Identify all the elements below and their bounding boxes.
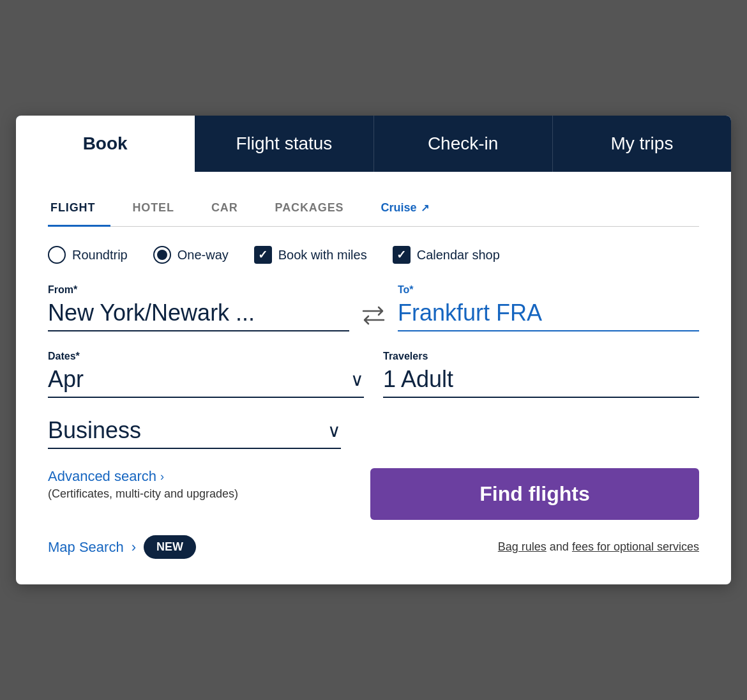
dates-value: Apr [48,366,84,393]
book-with-miles-checkbox[interactable]: ✓ [254,246,272,264]
advanced-search-area: Advanced search › (Certificates, multi-c… [48,468,351,501]
map-search-chevron-icon: › [132,539,136,556]
cabin-value: Business [48,417,141,444]
oneway-option[interactable]: One-way [153,246,229,264]
roundtrip-option[interactable]: Roundtrip [48,246,128,264]
roundtrip-radio[interactable] [48,246,66,264]
booking-card: Book Flight status Check-in My trips FLI… [16,116,731,584]
travelers-group: Travelers 1 Adult [383,351,699,398]
map-search-link[interactable]: Map Search › NEW [48,535,196,559]
to-input[interactable]: Frankfurt FRA [398,300,699,331]
top-tab-bar: Book Flight status Check-in My trips [16,116,731,172]
oneway-radio[interactable] [153,246,171,264]
bag-rules-and: and [550,540,572,553]
dates-chevron-icon: ∨ [351,369,364,390]
book-with-miles-label: Book with miles [278,248,367,262]
sub-tab-flight[interactable]: FLIGHT [48,191,110,227]
trip-options-row: Roundtrip One-way ✓ Book with miles ✓ Ca… [48,246,699,264]
to-label: To* [398,284,699,296]
tab-my-trips[interactable]: My trips [553,116,731,172]
travelers-value: 1 Adult [383,366,453,393]
find-flights-button[interactable]: Find flights [370,468,699,520]
from-to-row: From* New York/Newark ... To* Frankfurt … [48,284,699,331]
sub-tab-hotel[interactable]: HOTEL [130,191,190,227]
travelers-label: Travelers [383,351,699,362]
map-search-label: Map Search [48,539,124,556]
new-badge: NEW [144,535,196,559]
calendar-shop-option[interactable]: ✓ Calendar shop [393,246,500,264]
bag-rules-link[interactable]: Bag rules [498,540,547,553]
fees-optional-link[interactable]: fees for optional services [572,540,699,553]
from-field-group: From* New York/Newark ... [48,284,349,331]
map-row: Map Search › NEW Bag rules and fees for … [48,535,699,559]
book-with-miles-option[interactable]: ✓ Book with miles [254,246,367,264]
bag-rules-text: Bag rules and fees for optional services [498,540,699,554]
roundtrip-label: Roundtrip [72,248,128,262]
from-input[interactable]: New York/Newark ... [48,300,349,331]
checkmark-icon: ✓ [258,248,268,262]
bottom-row: Advanced search › (Certificates, multi-c… [48,468,699,520]
swap-button[interactable] [362,306,385,331]
sub-tab-bar: FLIGHT HOTEL CAR PACKAGES Cruise ↗ [48,191,699,227]
dates-group: Dates* Apr ∨ [48,351,364,398]
sub-tab-car[interactable]: CAR [209,191,253,227]
dates-label: Dates* [48,351,364,362]
oneway-label: One-way [177,248,229,262]
calendar-shop-label: Calendar shop [417,248,500,262]
dates-select[interactable]: Apr ∨ [48,366,364,398]
tab-check-in[interactable]: Check-in [374,116,553,172]
external-link-icon: ↗ [421,202,429,214]
sub-tab-packages[interactable]: PACKAGES [273,191,359,227]
travelers-select[interactable]: 1 Adult [383,366,699,398]
content-area: FLIGHT HOTEL CAR PACKAGES Cruise ↗ Round… [16,172,731,584]
checkmark-icon-2: ✓ [396,248,406,262]
cabin-chevron-icon: ∨ [328,420,341,441]
advanced-search-sub: (Certificates, multi-city and upgrades) [48,487,351,501]
cabin-select[interactable]: Business ∨ [48,417,341,449]
from-label: From* [48,284,349,296]
dates-travelers-row: Dates* Apr ∨ Travelers 1 Adult [48,351,699,398]
cabin-row: Business ∨ [48,417,699,449]
advanced-search-label: Advanced search [48,468,156,485]
calendar-shop-checkbox[interactable]: ✓ [393,246,411,264]
tab-book[interactable]: Book [16,116,195,172]
sub-tab-cruise[interactable]: Cruise ↗ [378,191,444,227]
to-field-group: To* Frankfurt FRA [398,284,699,331]
advanced-search-link[interactable]: Advanced search › [48,468,351,485]
advanced-search-chevron-icon: › [160,470,164,483]
tab-flight-status[interactable]: Flight status [195,116,374,172]
